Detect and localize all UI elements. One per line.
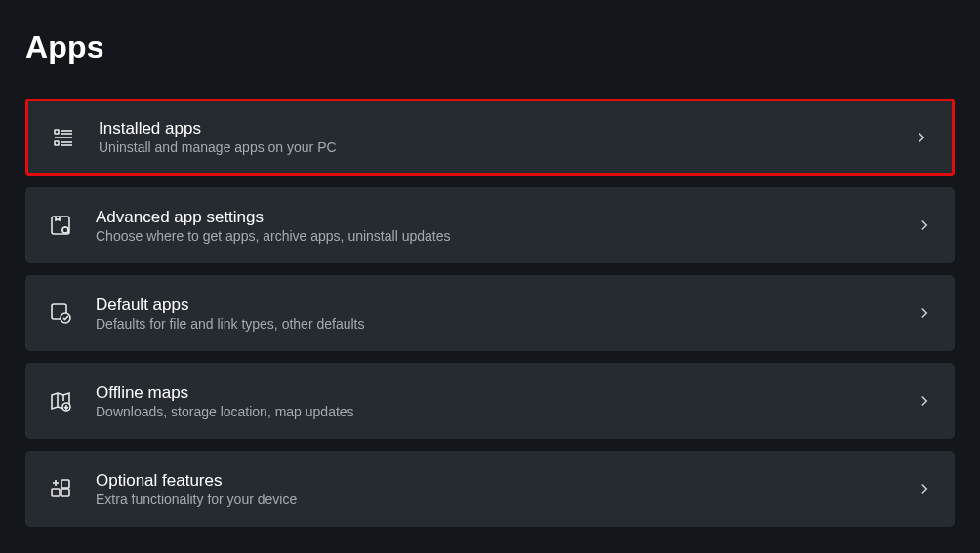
setting-item-desc: Extra functionality for your device [96, 492, 900, 507]
setting-item-desc: Uninstall and manage apps on your PC [99, 139, 897, 155]
setting-item-title: Offline maps [96, 383, 900, 403]
chevron-right-icon [916, 217, 933, 234]
svg-rect-7 [52, 217, 69, 234]
svg-rect-16 [61, 480, 69, 488]
setting-item-title: Installed apps [99, 119, 897, 138]
setting-item-desc: Defaults for file and link types, other … [96, 316, 900, 332]
svg-rect-14 [52, 489, 60, 496]
setting-default-apps[interactable]: Default apps Defaults for file and link … [25, 275, 955, 351]
setting-item-title: Optional features [96, 471, 900, 491]
setting-item-title: Default apps [96, 296, 900, 315]
setting-item-text: Offline maps Downloads, storage location… [96, 383, 900, 419]
default-apps-icon [47, 299, 74, 327]
setting-item-text: Advanced app settings Choose where to ge… [96, 208, 900, 244]
svg-rect-1 [55, 141, 59, 145]
setting-optional-features[interactable]: Optional features Extra functionality fo… [25, 451, 955, 527]
optional-features-icon [47, 475, 74, 502]
setting-item-text: Default apps Defaults for file and link … [96, 296, 900, 332]
offline-maps-icon [47, 387, 74, 415]
chevron-right-icon [913, 129, 930, 146]
chevron-right-icon [916, 480, 933, 497]
page-title: Apps [25, 29, 955, 65]
chevron-right-icon [916, 304, 933, 322]
svg-rect-15 [61, 489, 69, 496]
setting-item-text: Optional features Extra functionality fo… [96, 471, 900, 507]
setting-installed-apps[interactable]: Installed apps Uninstall and manage apps… [25, 99, 955, 176]
installed-apps-icon [50, 124, 77, 151]
setting-advanced-app-settings[interactable]: Advanced app settings Choose where to ge… [25, 187, 955, 263]
setting-item-text: Installed apps Uninstall and manage apps… [99, 119, 897, 155]
advanced-settings-icon [47, 212, 74, 239]
chevron-right-icon [916, 392, 933, 410]
setting-item-title: Advanced app settings [96, 208, 900, 227]
setting-item-desc: Choose where to get apps, archive apps, … [96, 228, 900, 244]
svg-rect-0 [55, 130, 59, 134]
setting-offline-maps[interactable]: Offline maps Downloads, storage location… [25, 363, 955, 439]
settings-list: Installed apps Uninstall and manage apps… [25, 99, 955, 527]
setting-item-desc: Downloads, storage location, map updates [96, 404, 900, 419]
